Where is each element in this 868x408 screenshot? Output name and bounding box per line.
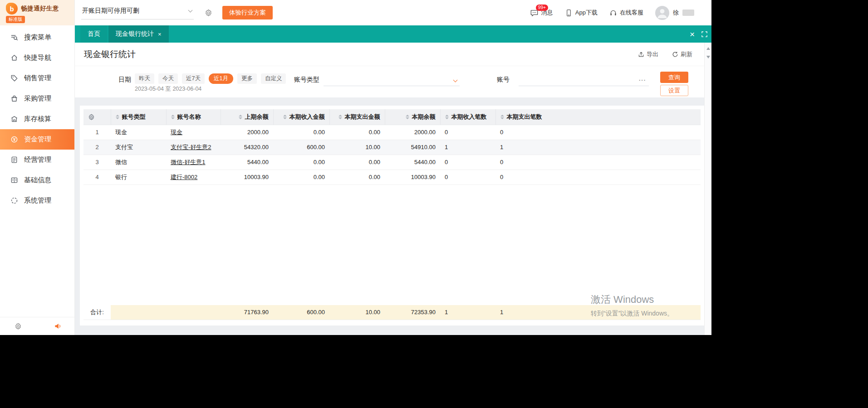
account-name-link[interactable]: 微信-好生意1 — [171, 159, 206, 165]
column-header-label: 本期收入金额 — [289, 113, 325, 120]
megaphone-icon[interactable] — [54, 322, 62, 330]
account-label: 账号 — [497, 76, 510, 84]
search-icon — [10, 34, 18, 42]
total-empty — [111, 305, 166, 320]
sidebar-item-basic-info[interactable]: 基础信息 — [0, 170, 74, 190]
sort-icon — [283, 115, 287, 119]
sidebar-item-business[interactable]: 经营管理 — [0, 150, 74, 170]
cell-income-count: 0 — [440, 170, 495, 185]
scrollbar[interactable] — [704, 43, 711, 335]
headset-icon — [609, 9, 617, 17]
export-button[interactable]: 导出 — [638, 50, 658, 58]
tab-home[interactable]: 首页 — [80, 25, 108, 43]
date-option-yesterday[interactable]: 昨天 — [135, 73, 154, 84]
account-set-select[interactable]: 开账日期可停用可删 — [81, 6, 194, 19]
cell-expense-amount: 0.00 — [329, 125, 385, 140]
column-header-label: 本期支出金额 — [345, 113, 380, 120]
user-menu[interactable]: 徐 — [655, 6, 694, 20]
column-header-account-name[interactable]: 账号名称 — [166, 109, 221, 125]
ellipsis-icon[interactable]: ··· — [639, 79, 646, 82]
shopping-bag-icon — [10, 95, 18, 103]
date-quick-options: 昨天 今天 近7天 近1月 更多 自定义 — [135, 73, 286, 84]
tabbar-actions: × — [690, 25, 711, 43]
sort-icon — [239, 115, 243, 119]
account-name-link[interactable]: 支付宝-好生意2 — [171, 144, 211, 151]
edition-badge: 标准版 — [6, 16, 25, 23]
sidebar-item-sales[interactable]: 销售管理 — [0, 68, 74, 88]
row-index: 1 — [83, 125, 111, 140]
column-header-balance[interactable]: 本期余额 — [385, 109, 440, 125]
cell-account-type: 银行 — [111, 170, 166, 185]
app-download-button[interactable]: App下载 — [565, 9, 598, 17]
column-header-expense-amount[interactable]: 本期支出金额 — [329, 109, 385, 125]
online-service-button[interactable]: 在线客服 — [609, 9, 643, 17]
column-header-label: 本期支出笔数 — [507, 113, 542, 120]
table-header-row: 账号类型 账号名称 上期余额 本期收入金额 本期支出金额 本期余额 本期收入笔数… — [83, 109, 701, 125]
date-option-today[interactable]: 今天 — [158, 73, 178, 84]
messages-button[interactable]: 99+ 消息 — [530, 9, 553, 17]
cell-income-count: 0 — [440, 125, 495, 140]
date-option-last-month[interactable]: 近1月 — [209, 73, 233, 84]
column-header-expense-count[interactable]: 本期支出笔数 — [495, 109, 701, 125]
date-option-custom[interactable]: 自定义 — [261, 73, 286, 84]
sidebar-item-label: 搜索菜单 — [24, 33, 51, 42]
topbar-right: 99+ 消息 App下载 在线客服 徐 — [530, 6, 711, 20]
cell-account-type: 微信 — [111, 155, 166, 170]
query-button[interactable]: 查询 — [660, 72, 688, 83]
account-input[interactable]: ··· — [519, 72, 649, 86]
sidebar-item-inventory[interactable]: 库存核算 — [0, 109, 74, 129]
column-header-label: 上期余额 — [245, 113, 269, 120]
account-name-link[interactable]: 现金 — [171, 129, 182, 136]
sidebar-item-search-menu[interactable]: 搜索菜单 — [0, 27, 74, 48]
cell-account-type: 支付宝 — [111, 140, 166, 155]
column-header-label: 本期余额 — [412, 113, 436, 120]
date-option-last7days[interactable]: 近7天 — [182, 73, 205, 84]
gear-icon[interactable] — [205, 9, 212, 17]
cell-expense-count: 0 — [495, 125, 701, 140]
column-settings-button[interactable] — [83, 109, 111, 125]
row-index: 3 — [83, 155, 111, 170]
total-income-count: 1 — [440, 305, 495, 320]
cell-expense-count: 0 — [495, 155, 701, 170]
close-icon[interactable]: × — [690, 30, 695, 39]
column-header-income-count[interactable]: 本期收入笔数 — [440, 109, 495, 125]
sidebar-item-system[interactable]: 系统管理 — [0, 190, 74, 211]
tab-cash-bank-stats[interactable]: 现金银行统计 × — [108, 25, 169, 43]
cell-balance: 2000.00 — [385, 125, 440, 140]
column-header-income-amount[interactable]: 本期收入金额 — [273, 109, 329, 125]
table-panel: 账号类型 账号名称 上期余额 本期收入金额 本期支出金额 本期余额 本期收入笔数… — [80, 106, 704, 325]
cell-balance: 5440.00 — [385, 155, 440, 170]
sidebar-item-purchase[interactable]: 采购管理 — [0, 88, 74, 109]
total-balance: 72353.90 — [385, 305, 440, 320]
sort-icon — [171, 115, 175, 119]
sidebar-item-quick-nav[interactable]: 快捷导航 — [0, 48, 74, 68]
scroll-down-icon[interactable] — [706, 56, 710, 58]
account-type-select[interactable] — [324, 72, 460, 86]
column-header-account-type[interactable]: 账号类型 — [111, 109, 166, 125]
gear-icon[interactable] — [15, 323, 22, 330]
content-area: 现金银行统计 导出 刷新 日期 昨天 今天 近7天 — [75, 43, 711, 335]
refresh-button[interactable]: 刷新 — [672, 50, 692, 58]
cell-prev-balance: 54320.00 — [221, 140, 273, 155]
date-option-more[interactable]: 更多 — [237, 73, 257, 84]
username-redacted — [682, 10, 694, 16]
account-name-link[interactable]: 建行-8002 — [171, 174, 197, 180]
trial-plan-button[interactable]: 体验行业方案 — [222, 6, 273, 19]
avatar — [655, 6, 669, 20]
sort-icon — [406, 115, 410, 119]
tab-label: 现金银行统计 — [116, 30, 154, 38]
cell-expense-count: 0 — [495, 170, 701, 185]
table-row: 1 现金 现金 2000.00 0.00 0.00 2000.00 0 0 — [83, 125, 701, 140]
sidebar-item-funds[interactable]: 资金管理 — [0, 129, 74, 150]
column-header-prev-balance[interactable]: 上期余额 — [221, 109, 273, 125]
close-icon[interactable]: × — [158, 31, 162, 38]
panel-gap — [75, 97, 711, 106]
total-income-amount: 600.00 — [273, 305, 329, 320]
cell-balance: 54910.00 — [385, 140, 440, 155]
filter-bar: 日期 昨天 今天 近7天 近1月 更多 自定义 2023-05-04 至 202… — [75, 66, 711, 97]
sync-icon — [10, 197, 18, 205]
scroll-up-icon[interactable] — [706, 47, 710, 50]
fullscreen-icon[interactable] — [701, 31, 707, 37]
page-title: 现金银行统计 — [84, 49, 136, 60]
settings-button[interactable]: 设置 — [660, 85, 688, 96]
